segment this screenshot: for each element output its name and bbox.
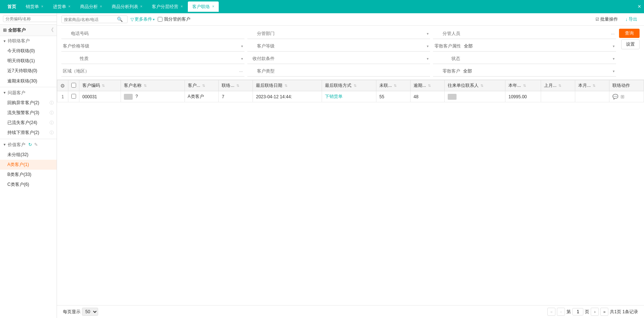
- filter-retail-attr-label: 零散客户属性: [434, 43, 461, 49]
- col-no-contact[interactable]: 未联... ⇅: [376, 80, 411, 91]
- tab-customer-tier[interactable]: 客户分层经营 ×: [147, 1, 187, 12]
- tab-goods-list[interactable]: 商品分析列表 ×: [107, 1, 147, 12]
- row-last-method[interactable]: 下销货单: [322, 91, 376, 102]
- filter-search-icon[interactable]: 🔍: [117, 17, 123, 22]
- next-page-btn[interactable]: ›: [591, 308, 599, 316]
- col-last-date[interactable]: 最后联络日期 ⇅: [253, 80, 322, 91]
- last-method-link[interactable]: 下销货单: [325, 94, 343, 99]
- filter-btn-group: 查询 设置: [619, 29, 640, 49]
- comment-icon[interactable]: 💬: [612, 94, 618, 99]
- retail-attr-arrow[interactable]: ▾: [613, 44, 615, 48]
- region-dots-icon[interactable]: ···: [239, 69, 243, 74]
- col-code[interactable]: 客户编码 ⇅: [79, 80, 121, 91]
- sidebar-item-unclassified[interactable]: 未分组(32): [0, 150, 57, 160]
- sidebar-collapse-icon[interactable]: 《: [49, 27, 54, 33]
- sidebar-item-churn-warning[interactable]: 流失预警客户(3) ⓘ: [0, 108, 57, 118]
- col-gear[interactable]: ⚙: [57, 80, 68, 91]
- status-arrow[interactable]: ▾: [613, 57, 615, 61]
- filter-nature: 性质 ▾: [61, 54, 244, 64]
- page-number-input[interactable]: [572, 308, 583, 315]
- edit-icon[interactable]: ✎: [34, 142, 38, 147]
- col-contact[interactable]: 联络... ⇅: [219, 80, 253, 91]
- col-last-method[interactable]: 最后联络方式 ⇅: [322, 80, 376, 91]
- row-no: 1: [57, 91, 68, 102]
- nature-arrow[interactable]: ▾: [241, 57, 243, 61]
- sort-name-icon: ⇅: [144, 84, 147, 88]
- col-this-month[interactable]: 本月... ⇅: [575, 80, 609, 91]
- connect-icon[interactable]: ⊞: [620, 94, 625, 99]
- close-goods-analysis-tab[interactable]: ×: [100, 1, 102, 12]
- batch-op-btn[interactable]: ☑ 批量操作: [593, 15, 620, 23]
- tab-purchase[interactable]: 进货单 ×: [49, 1, 75, 12]
- funnel-icon: ▽: [130, 17, 134, 22]
- row-year-amt: 10995.00: [505, 91, 541, 102]
- col-overdue[interactable]: 逾期... ⇅: [411, 80, 445, 91]
- row-checkbox[interactable]: [68, 91, 79, 102]
- export-btn[interactable]: ↓ 导出: [623, 15, 640, 23]
- page-size-select[interactable]: 50: [82, 308, 98, 316]
- col-last-month[interactable]: 上月... ⇅: [541, 80, 575, 91]
- settings-gear-icon[interactable]: ⚙: [60, 83, 65, 89]
- sidebar-group-pending[interactable]: ▼ 待联络客户: [0, 36, 57, 46]
- settings-button[interactable]: 设置: [621, 39, 640, 49]
- first-page-btn[interactable]: «: [547, 308, 555, 316]
- more-filters-arrow: ▾: [153, 18, 155, 21]
- more-filters-btn[interactable]: ▽ 更多条件 ▾: [130, 16, 155, 22]
- filter-retail: 零散客户 全部 ▾: [433, 66, 616, 77]
- sidebar-header: ⊞ 全部客户 《: [0, 25, 57, 36]
- sidebar-group-problem[interactable]: ▼ 问题客户: [0, 88, 57, 98]
- tab-home[interactable]: 首页: [3, 1, 21, 12]
- query-button[interactable]: 查询: [619, 29, 640, 38]
- divider-2: [0, 139, 57, 139]
- retail-arrow[interactable]: ▾: [613, 69, 615, 73]
- refresh-icon[interactable]: ↻: [28, 142, 32, 147]
- sidebar-item-declining[interactable]: 持续下滑客户(2) ⓘ: [0, 128, 57, 138]
- price-grade-arrow[interactable]: ▾: [241, 44, 243, 48]
- sidebar-group-value[interactable]: ▼ 价值客户 ↻ ✎: [0, 140, 57, 150]
- close-sale-tab[interactable]: ×: [41, 1, 43, 12]
- filter-phone-input[interactable]: [92, 31, 243, 36]
- sidebar-item-overdue[interactable]: 逾期未联络(30): [0, 76, 57, 86]
- batch-op-check-icon: ☑: [595, 17, 599, 22]
- col-contact2[interactable]: 往来单位联系人 ⇅: [445, 80, 505, 91]
- sidebar-search-input[interactable]: [3, 15, 57, 22]
- sidebar-item-b-class[interactable]: B类客户(33): [0, 170, 57, 180]
- close-purchase-tab[interactable]: ×: [68, 1, 71, 12]
- sidebar-item-repurchase-abnormal[interactable]: 回购异常客户(2) ⓘ: [0, 98, 57, 108]
- payment-arrow[interactable]: ▾: [427, 57, 429, 61]
- col-year-amt[interactable]: 本年... ⇅: [505, 80, 541, 91]
- my-customers-check[interactable]: [158, 17, 162, 22]
- close-customer-contact-tab[interactable]: ×: [212, 1, 214, 12]
- sidebar-item-7days[interactable]: 近7天待联络(0): [0, 66, 57, 76]
- main-layout: 🔍 ⊞ 全部客户 《 ▼ 待联络客户 今天待联络(0) 明天待联络(1) 近7天…: [0, 13, 644, 318]
- filter-row-3: 性质 ▾ 收付款条件 ▾: [61, 54, 616, 64]
- last-page-btn[interactable]: »: [600, 308, 608, 316]
- sidebar-item-today[interactable]: 今天待联络(0): [0, 46, 57, 56]
- sidebar-all-customers-label[interactable]: ⊞ 全部客户: [3, 27, 26, 33]
- dept-dropdown-arrow[interactable]: ▾: [427, 32, 429, 36]
- filter-search-input[interactable]: [64, 17, 115, 22]
- prev-page-btn[interactable]: ‹: [557, 308, 565, 316]
- col-type[interactable]: 客户... ⇅: [185, 80, 219, 91]
- tab-sale[interactable]: 销货单 ×: [21, 1, 48, 12]
- row-select-checkbox[interactable]: [71, 94, 76, 99]
- tab-customer-contact[interactable]: 客户联络 ×: [188, 1, 219, 12]
- manager-dots-icon[interactable]: ···: [611, 31, 615, 36]
- close-all-btn[interactable]: ×: [638, 3, 641, 10]
- close-goods-list-tab[interactable]: ×: [140, 1, 143, 12]
- page-size-wrap: 每页显示 50: [63, 308, 98, 316]
- row-this-month: [575, 91, 609, 102]
- sidebar-item-tomorrow[interactable]: 明天待联络(1): [0, 56, 57, 66]
- col-name[interactable]: 客户名称 ⇅: [121, 80, 185, 91]
- filter-payment-label: 收付款条件: [249, 56, 275, 62]
- select-all-checkbox[interactable]: [71, 83, 76, 88]
- sidebar-item-c-class[interactable]: C类客户(6): [0, 180, 57, 190]
- sidebar-item-lost[interactable]: 已流失客户(24) ⓘ: [0, 118, 57, 128]
- filter-customer-type-input[interactable]: [278, 69, 429, 74]
- customer-grade-arrow[interactable]: ▾: [427, 44, 429, 48]
- close-customer-tier-tab[interactable]: ×: [180, 1, 183, 12]
- tab-goods-analysis[interactable]: 商品分析 ×: [76, 1, 107, 12]
- my-customers-checkbox[interactable]: 我分管的客户: [158, 16, 190, 22]
- sort-last-method-icon: ⇅: [354, 84, 357, 88]
- sidebar-item-a-class[interactable]: A类客户(1): [0, 160, 57, 170]
